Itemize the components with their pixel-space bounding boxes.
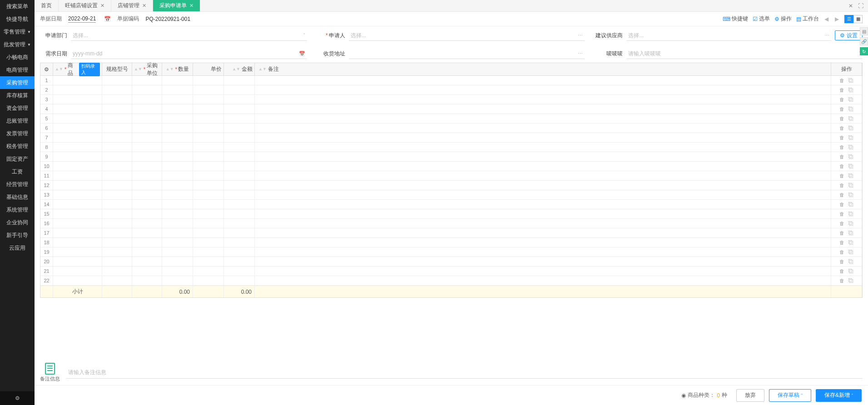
cell-qty[interactable]: [162, 219, 193, 228]
cell-spec[interactable]: [102, 114, 132, 123]
copy-icon[interactable]: ⿻: [848, 96, 854, 103]
cell-remark[interactable]: [255, 152, 831, 161]
delete-icon[interactable]: 🗑: [839, 125, 845, 131]
table-row[interactable]: 7🗑⿻: [40, 133, 862, 143]
header-gear[interactable]: ⚙: [40, 63, 53, 75]
cell-spec[interactable]: [102, 200, 132, 209]
cell-spec[interactable]: [102, 238, 132, 247]
copy-icon[interactable]: ⿻: [848, 201, 854, 207]
cell-qty[interactable]: [162, 200, 193, 209]
cell-amount[interactable]: [224, 104, 255, 114]
table-row[interactable]: 9🗑⿻: [40, 152, 862, 162]
table-row[interactable]: 12🗑⿻: [40, 181, 862, 190]
cell-product[interactable]: [53, 228, 102, 237]
cell-amount[interactable]: [224, 228, 255, 237]
table-row[interactable]: 4🗑⿻: [40, 104, 862, 114]
sidebar-settings[interactable]: ⚙: [0, 391, 35, 405]
cell-product[interactable]: [53, 85, 102, 94]
delete-icon[interactable]: 🗑: [839, 192, 845, 198]
delete-icon[interactable]: 🗑: [839, 201, 845, 207]
cell-unit[interactable]: [132, 162, 162, 171]
cell-qty[interactable]: [162, 143, 193, 152]
cell-unit[interactable]: [132, 257, 162, 266]
table-row[interactable]: 3🗑⿻: [40, 95, 862, 104]
cell-remark[interactable]: [255, 257, 831, 266]
delete-icon[interactable]: 🗑: [839, 268, 845, 274]
sidebar-item-14[interactable]: 经营管理: [0, 178, 35, 191]
cell-price[interactable]: [193, 85, 224, 94]
table-row[interactable]: 14🗑⿻: [40, 200, 862, 209]
delete-icon[interactable]: 🗑: [839, 173, 845, 179]
copy-icon[interactable]: ⿻: [848, 192, 854, 198]
cell-remark[interactable]: [255, 76, 831, 85]
cell-remark[interactable]: [255, 143, 831, 152]
copy-icon[interactable]: ⿻: [848, 211, 854, 217]
cell-unit[interactable]: [132, 114, 162, 123]
cell-amount[interactable]: [224, 152, 255, 161]
table-row[interactable]: 18🗑⿻: [40, 238, 862, 247]
cell-unit[interactable]: [132, 85, 162, 94]
table-row[interactable]: 22🗑⿻: [40, 276, 862, 286]
header-price[interactable]: 单价: [193, 63, 224, 75]
cell-unit[interactable]: [132, 76, 162, 85]
cell-qty[interactable]: [162, 238, 193, 247]
save-draft-button[interactable]: 保存草稿ˆ: [769, 389, 811, 402]
table-row[interactable]: 20🗑⿻: [40, 257, 862, 267]
table-row[interactable]: 5🗑⿻: [40, 114, 862, 123]
cell-product[interactable]: [53, 238, 102, 247]
cell-unit[interactable]: [132, 152, 162, 161]
close-all-icon[interactable]: ✕: [847, 2, 854, 10]
cell-unit[interactable]: [132, 200, 162, 209]
cell-spec[interactable]: [102, 152, 132, 161]
cell-unit[interactable]: [132, 276, 162, 285]
cell-spec[interactable]: [102, 143, 132, 152]
cell-price[interactable]: [193, 238, 224, 247]
cell-price[interactable]: [193, 228, 224, 237]
cell-amount[interactable]: [224, 219, 255, 228]
cell-product[interactable]: [53, 219, 102, 228]
close-icon[interactable]: ✕: [142, 3, 146, 9]
cell-product[interactable]: [53, 95, 102, 104]
header-spec[interactable]: 规格型号: [102, 63, 132, 75]
cell-qty[interactable]: [162, 209, 193, 218]
cell-remark[interactable]: [255, 238, 831, 247]
cell-amount[interactable]: [224, 76, 255, 85]
cell-amount[interactable]: [224, 276, 255, 285]
tab-3[interactable]: 采购申请单✕: [153, 0, 200, 11]
cell-product[interactable]: [53, 247, 102, 257]
calendar-icon[interactable]: 📅: [104, 16, 111, 22]
copy-icon[interactable]: ⿻: [848, 106, 854, 112]
dept-input[interactable]: [71, 30, 307, 41]
cell-product[interactable]: [53, 209, 102, 218]
cell-remark[interactable]: [255, 219, 831, 228]
delete-icon[interactable]: 🗑: [839, 77, 845, 84]
tab-2[interactable]: 店铺管理✕: [111, 0, 153, 11]
cell-product[interactable]: [53, 104, 102, 114]
delete-icon[interactable]: 🗑: [839, 163, 845, 169]
delete-icon[interactable]: 🗑: [839, 220, 845, 227]
action-link[interactable]: ⚙操作: [774, 15, 792, 23]
cell-qty[interactable]: [162, 114, 193, 123]
cell-price[interactable]: [193, 181, 224, 190]
copy-icon[interactable]: ⿻: [848, 153, 854, 160]
cell-amount[interactable]: [224, 123, 255, 133]
table-row[interactable]: 21🗑⿻: [40, 267, 862, 276]
copy-icon[interactable]: ⿻: [848, 182, 854, 188]
table-row[interactable]: 19🗑⿻: [40, 247, 862, 257]
cell-unit[interactable]: [132, 143, 162, 152]
table-row[interactable]: 2🗑⿻: [40, 85, 862, 95]
sidebar-item-12[interactable]: 固定资产: [0, 153, 35, 165]
addr-input[interactable]: [349, 48, 585, 59]
supplier-input[interactable]: [626, 30, 831, 41]
cell-price[interactable]: [193, 190, 224, 199]
header-product[interactable]: ▲▼ *商品 扫码录入: [53, 63, 102, 75]
cell-product[interactable]: [53, 114, 102, 123]
more-icon[interactable]: ⋯: [578, 51, 583, 57]
cell-amount[interactable]: [224, 209, 255, 218]
cell-product[interactable]: [53, 181, 102, 190]
cell-spec[interactable]: [102, 123, 132, 133]
cell-remark[interactable]: [255, 228, 831, 237]
cell-spec[interactable]: [102, 95, 132, 104]
cell-qty[interactable]: [162, 181, 193, 190]
sidebar-item-10[interactable]: 发票管理: [0, 127, 35, 140]
